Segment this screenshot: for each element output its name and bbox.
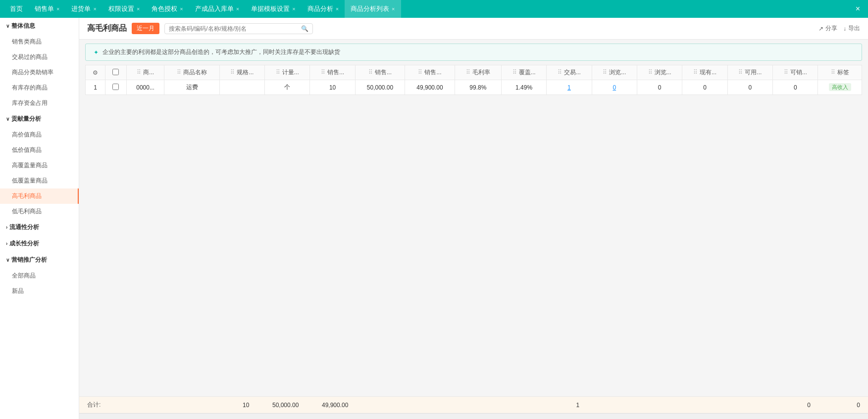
nav-item-商品分析[interactable]: 商品分析× <box>302 0 345 18</box>
sidebar-item-新品[interactable]: 新品 <box>0 283 79 299</box>
nav-close-icon[interactable]: × <box>336 6 339 12</box>
sidebar-group-贡献量分析[interactable]: ∨贡献量分析 <box>0 111 79 127</box>
export-button[interactable]: ↓ 导出 <box>843 24 860 33</box>
row-current: 0 <box>682 80 727 95</box>
table-header-0[interactable]: ⚙ <box>86 65 105 80</box>
row-transactions[interactable]: 1 <box>547 80 592 95</box>
row-name: 运费 <box>164 80 219 95</box>
table-wrapper[interactable]: ⚙⠿商...⠿商品名称⠿规格...⠿计量...⠿销售...⠿销售...⠿销售..… <box>85 65 862 396</box>
row-gross-rate: 99.8% <box>455 80 501 95</box>
sidebar-item-全部商品[interactable]: 全部商品 <box>0 268 79 283</box>
row-sale3: 49,900.00 <box>405 80 455 95</box>
row-browse1-link[interactable]: 0 <box>613 84 616 91</box>
table-row: 10000...运费个1050,000.0049,900.0099.8%1.49… <box>86 80 862 95</box>
data-table: ⚙⠿商...⠿商品名称⠿规格...⠿计量...⠿销售...⠿销售...⠿销售..… <box>85 65 862 95</box>
row-select-checkbox[interactable] <box>112 84 119 90</box>
sidebar-group-label: 整体信息 <box>11 22 35 30</box>
table-header-8: ⠿销售... <box>405 65 455 80</box>
row-unit: 个 <box>265 80 310 95</box>
row-coverage: 1.49% <box>501 80 546 95</box>
row-sale2: 50,000.00 <box>355 80 405 95</box>
table-header-12: ⠿浏览... <box>592 65 637 80</box>
nav-close-icon[interactable]: × <box>392 6 395 12</box>
nav-item-进货单[interactable]: 进货单× <box>65 0 102 18</box>
sidebar: ∨整体信息销售类商品交易过的商品商品分类助销率有库存的商品库存资金占用∨贡献量分… <box>0 18 79 419</box>
share-button[interactable]: ↗ 分享 <box>818 24 837 33</box>
time-filter-button[interactable]: 近一月 <box>132 23 159 34</box>
nav-item-首页[interactable]: 首页 <box>4 0 29 18</box>
sidebar-group-营销推广分析[interactable]: ∨营销推广分析 <box>0 252 79 268</box>
sidebar-item-交易过的商品[interactable]: 交易过的商品 <box>0 49 79 65</box>
row-tag: 高收入 <box>818 80 862 95</box>
table-header-13: ⠿浏览... <box>637 65 682 80</box>
nav-close-icon[interactable]: × <box>137 6 140 12</box>
nav-close-icon[interactable]: × <box>93 6 96 12</box>
sidebar-group-label: 贡献量分析 <box>11 115 41 123</box>
table-footer: 合计: 10 50,000.00 49,900.00 1 0 0 <box>79 396 868 413</box>
row-transactions-link[interactable]: 1 <box>567 84 571 91</box>
nav-item-权限设置[interactable]: 权限设置× <box>102 0 146 18</box>
header-actions: ↗ 分享 ↓ 导出 <box>818 24 860 33</box>
content-area: 高毛利商品 近一月 🔍 ↗ 分享 ↓ 导出 ✦ 企业的主要的利润都是这部分商品创… <box>79 18 868 419</box>
row-browse1[interactable]: 0 <box>592 80 637 95</box>
content-header: 高毛利商品 近一月 🔍 ↗ 分享 ↓ 导出 <box>79 18 868 40</box>
sidebar-group-label: 流通性分析 <box>9 223 39 232</box>
table-header-17: ⠿标签 <box>818 65 862 80</box>
sidebar-group-label: 成长性分析 <box>9 239 39 248</box>
sidebar-item-商品分类助销率[interactable]: 商品分类助销率 <box>0 65 79 80</box>
sidebar-item-低覆盖量商品[interactable]: 低覆盖量商品 <box>0 173 79 188</box>
nav-item-角色授权[interactable]: 角色授权× <box>146 0 189 18</box>
main-layout: ∨整体信息销售类商品交易过的商品商品分类助销率有库存的商品库存资金占用∨贡献量分… <box>0 18 868 419</box>
table-header-4: ⠿规格... <box>219 65 264 80</box>
sidebar-group-流通性分析[interactable]: ›流通性分析 <box>0 219 79 235</box>
table-header-1[interactable] <box>105 65 126 80</box>
sidebar-item-高价值商品[interactable]: 高价值商品 <box>0 127 79 142</box>
table-header-5: ⠿计量... <box>265 65 310 80</box>
nav-close-icon[interactable]: × <box>56 6 59 12</box>
chevron-icon: › <box>6 241 7 246</box>
nav-close-icon[interactable]: × <box>180 6 183 12</box>
row-num: 1 <box>86 80 105 95</box>
sidebar-group-成长性分析[interactable]: ›成长性分析 <box>0 235 79 252</box>
table-header-6: ⠿销售... <box>310 65 355 80</box>
horizontal-scrollbar[interactable] <box>79 413 868 419</box>
row-browse2: 0 <box>637 80 682 95</box>
table-header-7: ⠿销售... <box>355 65 405 80</box>
sidebar-item-低毛利商品[interactable]: 低毛利商品 <box>0 204 79 219</box>
table-header-10: ⠿覆盖... <box>501 65 546 80</box>
nav-close-icon[interactable]: × <box>236 6 239 12</box>
share-icon: ↗ <box>818 25 823 32</box>
nav-item-产成品入库单[interactable]: 产成品入库单× <box>189 0 245 18</box>
gear-icon[interactable]: ⚙ <box>93 69 98 76</box>
sidebar-item-低价值商品[interactable]: 低价值商品 <box>0 142 79 158</box>
sidebar-group-整体信息[interactable]: ∨整体信息 <box>0 18 79 34</box>
info-banner: ✦ 企业的主要的利润都是这部分商品创造的，可考虑加大推广，同时关注库存是不要出现… <box>85 44 862 61</box>
sidebar-item-销售类商品[interactable]: 销售类商品 <box>0 34 79 49</box>
nav-close-icon[interactable]: × <box>292 6 295 12</box>
info-icon: ✦ <box>94 49 99 56</box>
sidebar-item-高覆盖量商品[interactable]: 高覆盖量商品 <box>0 158 79 173</box>
search-icon[interactable]: 🔍 <box>301 25 308 32</box>
table-header-11: ⠿交易... <box>547 65 592 80</box>
nav-item-单据模板设置[interactable]: 单据模板设置× <box>245 0 301 18</box>
row-sellable: 0 <box>773 80 818 95</box>
sidebar-item-库存资金占用[interactable]: 库存资金占用 <box>0 95 79 111</box>
footer-sale2: 50,000.00 <box>259 402 299 409</box>
search-input[interactable] <box>169 25 301 32</box>
footer-label: 合计: <box>87 401 101 409</box>
nav-item-销售单[interactable]: 销售单× <box>29 0 65 18</box>
footer-sellable: 0 <box>820 402 860 409</box>
table-header-3: ⠿商品名称 <box>164 65 219 80</box>
table-header-16: ⠿可销... <box>773 65 818 80</box>
table-header-14: ⠿现有... <box>682 65 727 80</box>
select-all-checkbox[interactable] <box>112 69 119 75</box>
row-checkbox[interactable] <box>105 80 126 95</box>
footer-transactions: 1 <box>540 402 579 409</box>
sidebar-item-高毛利商品[interactable]: 高毛利商品 <box>0 188 79 204</box>
nav-item-商品分析列表[interactable]: 商品分析列表× <box>345 0 401 18</box>
close-window-button[interactable]: × <box>852 4 864 13</box>
footer-sale1: 10 <box>209 402 249 409</box>
row-available: 0 <box>727 80 772 95</box>
export-icon: ↓ <box>843 25 846 32</box>
sidebar-item-有库存的商品[interactable]: 有库存的商品 <box>0 80 79 95</box>
